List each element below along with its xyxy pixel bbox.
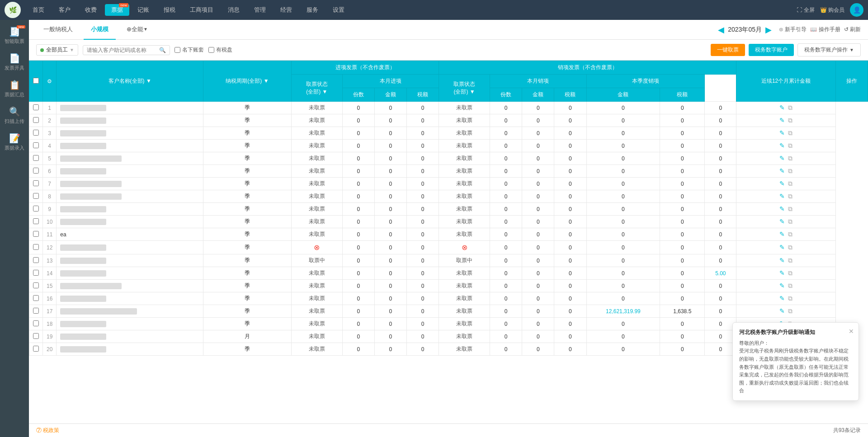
row-checkbox-cell[interactable]: [29, 127, 43, 140]
nav-invoice[interactable]: 票据 new: [105, 4, 129, 16]
nav-tax[interactable]: 报税: [157, 4, 182, 16]
row-checkbox-cell[interactable]: [29, 216, 43, 228]
guide-btn[interactable]: ⊙ 新手引导: [779, 26, 807, 33]
row-checkbox[interactable]: [33, 218, 39, 224]
copy-btn[interactable]: ⧉: [788, 257, 793, 264]
copy-btn[interactable]: ⧉: [788, 142, 793, 149]
row-checkbox[interactable]: [33, 320, 39, 326]
row-checkbox-cell[interactable]: [29, 280, 43, 292]
th-out-status[interactable]: 取票状态(全部) ▼: [439, 75, 490, 102]
row-checkbox[interactable]: [33, 257, 39, 263]
row-checkbox-cell[interactable]: [29, 190, 43, 203]
employee-filter[interactable]: 全部员工 ▼: [36, 44, 78, 56]
copy-btn[interactable]: ⧉: [788, 155, 793, 162]
copy-btn[interactable]: ⧉: [788, 117, 793, 124]
copy-btn[interactable]: ⧉: [788, 295, 793, 302]
copy-btn[interactable]: ⧉: [788, 193, 793, 200]
sub-account-checkbox[interactable]: 名下账套: [175, 46, 204, 54]
row-checkbox[interactable]: [33, 231, 39, 237]
row-checkbox-cell[interactable]: [29, 178, 43, 190]
row-checkbox[interactable]: [33, 142, 39, 148]
row-checkbox[interactable]: [33, 104, 39, 110]
one-key-fetch-btn[interactable]: 一键取票: [711, 44, 745, 56]
edit-btn[interactable]: ✎: [779, 193, 785, 200]
tax-disk-checkbox[interactable]: 有税盘: [208, 46, 232, 54]
client-name-cell[interactable]: ████████████: [57, 140, 203, 152]
row-checkbox[interactable]: [33, 206, 39, 211]
edit-btn[interactable]: ✎: [779, 104, 785, 111]
row-checkbox[interactable]: [33, 117, 39, 123]
client-name-cell[interactable]: ████████████: [57, 330, 203, 343]
manual-btn[interactable]: 📖 操作手册: [810, 26, 840, 33]
nav-service[interactable]: 服务: [300, 4, 325, 16]
edit-btn[interactable]: ✎: [779, 155, 785, 162]
edit-btn[interactable]: ✎: [779, 269, 785, 277]
client-name-cell[interactable]: ████████████: [57, 292, 203, 305]
client-name-cell[interactable]: ████████████: [57, 318, 203, 330]
next-month-btn[interactable]: ▶: [765, 26, 772, 34]
copy-btn[interactable]: ⧉: [788, 129, 793, 136]
nav-client[interactable]: 客户: [52, 4, 77, 16]
copy-btn[interactable]: ⧉: [788, 307, 793, 315]
prev-month-btn[interactable]: ◀: [718, 26, 724, 34]
edit-btn[interactable]: ✎: [779, 295, 785, 302]
row-checkbox[interactable]: [33, 168, 39, 174]
client-name-cell[interactable]: ████████████████: [57, 190, 203, 203]
row-checkbox-cell[interactable]: [29, 318, 43, 330]
sidebar-item-record[interactable]: 📝 票据录入: [2, 130, 27, 155]
row-checkbox[interactable]: [33, 282, 39, 288]
edit-btn[interactable]: ✎: [779, 244, 785, 251]
sidebar-item-smart-fetch[interactable]: 🧾 智能取票 new: [2, 23, 27, 48]
select-all-checkbox[interactable]: [33, 78, 39, 84]
nav-manage[interactable]: 管理: [248, 4, 272, 16]
row-checkbox-cell[interactable]: [29, 165, 43, 178]
sidebar-item-summary[interactable]: 📋 票据汇总: [2, 77, 27, 102]
client-name-cell[interactable]: ████████████████████: [57, 305, 203, 318]
edit-btn[interactable]: ✎: [779, 129, 785, 136]
row-checkbox-cell[interactable]: [29, 267, 43, 280]
nav-message[interactable]: 消息: [222, 4, 246, 16]
search-input[interactable]: [87, 47, 159, 53]
row-checkbox-cell[interactable]: [29, 292, 43, 305]
nav-settings[interactable]: 设置: [326, 4, 351, 16]
row-checkbox-cell[interactable]: [29, 203, 43, 216]
edit-btn[interactable]: ✎: [779, 205, 785, 212]
tab-all[interactable]: ⊕ 全能 ▼: [119, 20, 155, 40]
nav-home[interactable]: 首页: [26, 4, 51, 16]
client-name-cell[interactable]: ████████████: [57, 267, 203, 280]
member-btn[interactable]: 👑 购会员: [820, 6, 844, 14]
row-checkbox[interactable]: [33, 244, 39, 250]
copy-btn[interactable]: ⧉: [788, 167, 793, 174]
row-checkbox-cell[interactable]: [29, 241, 43, 254]
nav-fee[interactable]: 收费: [79, 4, 103, 16]
row-checkbox-cell[interactable]: [29, 228, 43, 241]
client-name-cell[interactable]: ████████████████: [57, 178, 203, 190]
edit-btn[interactable]: ✎: [779, 218, 785, 225]
edit-btn[interactable]: ✎: [779, 117, 785, 124]
sidebar-item-open-invoice[interactable]: 📄 发票开具: [2, 50, 27, 75]
copy-btn[interactable]: ⧉: [788, 269, 793, 277]
row-checkbox-cell[interactable]: [29, 102, 43, 114]
row-checkbox-cell[interactable]: [29, 330, 43, 343]
row-checkbox-cell[interactable]: [29, 114, 43, 127]
edit-btn[interactable]: ✎: [779, 230, 785, 238]
client-name-cell[interactable]: ████████████████: [57, 152, 203, 165]
refresh-btn[interactable]: ↺ 刷新: [844, 26, 861, 33]
tax-policy-link[interactable]: ⑦ 税政策: [36, 427, 59, 434]
th-in-status[interactable]: 取票状态(全部) ▼: [291, 75, 342, 102]
row-checkbox[interactable]: [33, 295, 39, 301]
client-name-cell[interactable]: ████████████: [57, 102, 203, 114]
client-name-cell[interactable]: ████████████: [57, 216, 203, 228]
row-checkbox[interactable]: [33, 333, 39, 339]
sidebar-item-scan[interactable]: 🔍 扫描上传: [2, 103, 27, 128]
copy-btn[interactable]: ⧉: [788, 244, 793, 251]
copy-btn[interactable]: ⧉: [788, 205, 793, 212]
client-name-cell[interactable]: ████████████████: [57, 280, 203, 292]
copy-btn[interactable]: ⧉: [788, 230, 793, 238]
copy-btn[interactable]: ⧉: [788, 104, 793, 111]
copy-btn[interactable]: ⧉: [788, 180, 793, 187]
client-name-cell[interactable]: ████████████: [57, 254, 203, 267]
row-checkbox-cell[interactable]: [29, 305, 43, 318]
edit-btn[interactable]: ✎: [779, 282, 785, 289]
client-name-cell[interactable]: ████████████: [57, 203, 203, 216]
